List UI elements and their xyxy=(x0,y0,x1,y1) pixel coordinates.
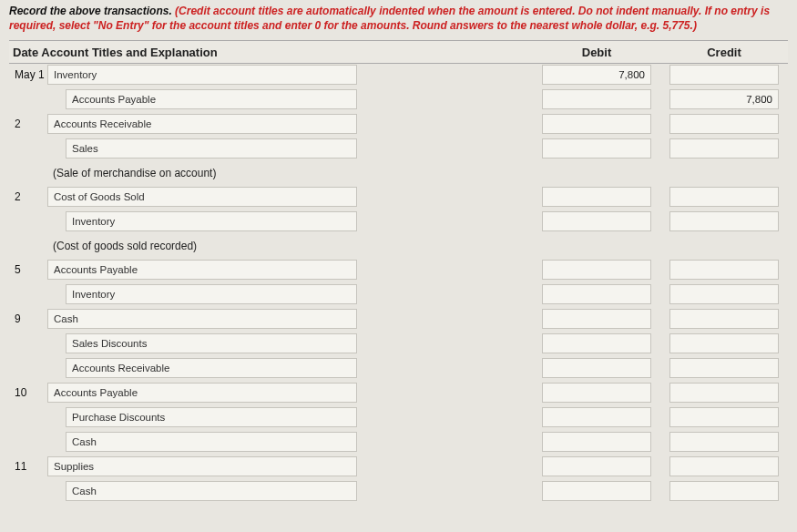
credit-input[interactable] xyxy=(669,358,779,378)
journal-row: 11Supplies xyxy=(9,455,788,477)
credit-input[interactable] xyxy=(669,383,779,403)
debit-input[interactable] xyxy=(542,333,651,353)
debit-input[interactable] xyxy=(542,481,651,501)
account-title-input[interactable]: Sales Discounts xyxy=(66,333,357,353)
account-title-input[interactable]: Sales xyxy=(66,138,357,159)
journal-row: Sales Discounts xyxy=(9,332,788,354)
debit-input[interactable] xyxy=(542,260,651,280)
date-cell: May 1 xyxy=(9,68,47,81)
account-title-input[interactable]: Cash xyxy=(47,309,357,329)
debit-input[interactable] xyxy=(542,383,651,403)
debit-input[interactable] xyxy=(542,309,651,329)
account-title-input[interactable]: Inventory xyxy=(66,284,357,304)
date-cell: 2 xyxy=(9,190,47,203)
debit-input[interactable] xyxy=(542,456,651,476)
explanation-row: (Sale of merchandise on account) xyxy=(9,162,788,184)
credit-input[interactable] xyxy=(669,481,779,501)
account-title-input[interactable]: Cost of Goods Sold xyxy=(47,187,357,207)
account-title-input[interactable]: Accounts Payable xyxy=(47,383,357,403)
account-title-input[interactable]: Inventory xyxy=(66,211,357,231)
date-cell: 9 xyxy=(9,312,47,325)
credit-input[interactable] xyxy=(669,407,779,427)
debit-input[interactable] xyxy=(542,211,651,231)
explanation-text: (Sale of merchandise on account) xyxy=(47,165,216,181)
journal-row: 2Cost of Goods Sold xyxy=(9,186,788,208)
account-title-input[interactable]: Inventory xyxy=(47,65,357,85)
header-debit: Debit xyxy=(533,46,660,59)
explanation-row: (Cost of goods sold recorded) xyxy=(9,235,788,257)
credit-input[interactable] xyxy=(669,114,779,134)
explanation-text: (Cost of goods sold recorded) xyxy=(47,238,197,254)
credit-input[interactable] xyxy=(669,138,779,159)
credit-input[interactable]: 7,800 xyxy=(669,89,779,109)
journal-row: May 1Inventory7,800 xyxy=(9,64,788,86)
journal-row: Accounts Receivable xyxy=(9,357,788,379)
account-title-input[interactable]: Supplies xyxy=(47,456,357,476)
debit-input[interactable] xyxy=(542,284,651,304)
journal-row: Inventory xyxy=(9,210,788,232)
credit-input[interactable] xyxy=(669,65,779,85)
journal-row: Purchase Discounts xyxy=(9,406,788,428)
journal-row: Cash xyxy=(9,480,788,502)
journal-row: Accounts Payable7,800 xyxy=(9,88,788,110)
header-account: Date Account Titles and Explanation xyxy=(9,46,533,59)
date-cell: 5 xyxy=(9,263,47,276)
debit-input[interactable]: 7,800 xyxy=(542,65,651,85)
debit-input[interactable] xyxy=(542,138,651,159)
debit-input[interactable] xyxy=(542,432,651,452)
journal-row: Sales xyxy=(9,138,788,159)
credit-input[interactable] xyxy=(669,309,779,329)
credit-input[interactable] xyxy=(669,333,779,353)
debit-input[interactable] xyxy=(542,407,651,427)
journal-row: 5Accounts Payable xyxy=(9,259,788,281)
journal-row: 10Accounts Payable xyxy=(9,382,788,404)
date-cell: 10 xyxy=(9,386,47,399)
account-title-input[interactable]: Accounts Payable xyxy=(47,260,357,280)
account-title-input[interactable]: Accounts Payable xyxy=(66,89,357,109)
credit-input[interactable] xyxy=(669,284,779,304)
account-title-input[interactable]: Cash xyxy=(66,432,357,452)
account-title-input[interactable]: Accounts Receivable xyxy=(66,358,357,378)
debit-input[interactable] xyxy=(542,187,651,207)
credit-input[interactable] xyxy=(669,260,779,280)
journal-row: 2Accounts Receivable xyxy=(9,113,788,135)
credit-input[interactable] xyxy=(669,456,779,476)
account-title-input[interactable]: Accounts Receivable xyxy=(47,114,357,134)
date-cell: 2 xyxy=(9,118,47,130)
instructions-text: Record the above transactions. (Credit a… xyxy=(9,4,788,33)
debit-input[interactable] xyxy=(542,358,651,378)
account-title-input[interactable]: Cash xyxy=(66,481,357,501)
date-cell: 11 xyxy=(9,460,47,473)
debit-input[interactable] xyxy=(542,89,651,109)
journal-row: Cash xyxy=(9,431,788,453)
header-credit: Credit xyxy=(660,46,788,59)
credit-input[interactable] xyxy=(669,187,779,207)
credit-input[interactable] xyxy=(669,432,779,452)
journal-row: 9Cash xyxy=(9,308,788,330)
table-header: Date Account Titles and Explanation Debi… xyxy=(9,40,788,64)
journal-row: Inventory xyxy=(9,283,788,305)
journal-rows: May 1Inventory7,800Accounts Payable7,800… xyxy=(9,64,788,505)
instructions-prefix: Record the above transactions. xyxy=(9,5,175,17)
debit-input[interactable] xyxy=(542,114,651,134)
account-title-input[interactable]: Purchase Discounts xyxy=(66,407,357,427)
credit-input[interactable] xyxy=(669,211,779,231)
